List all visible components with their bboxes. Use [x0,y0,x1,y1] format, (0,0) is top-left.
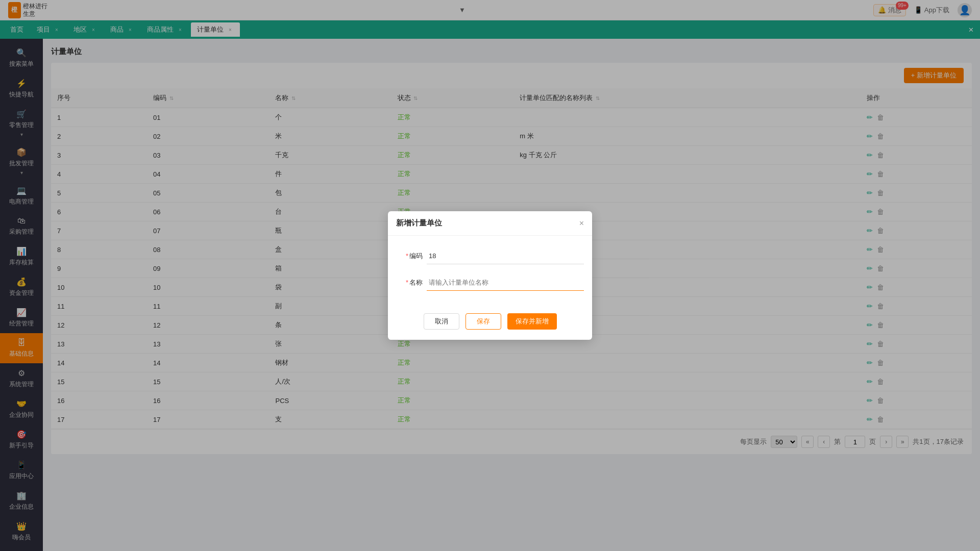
cancel-button[interactable]: 取消 [424,313,459,330]
code-label: 编码 [396,252,427,261]
name-label: 名称 [396,278,427,287]
modal-header: 新增计量单位 × [388,211,592,236]
modal-title: 新增计量单位 [396,218,442,228]
modal-body: 编码 名称 [388,236,592,309]
name-form-row: 名称 [396,274,584,291]
save-button[interactable]: 保存 [465,313,501,330]
modal-close-button[interactable]: × [579,219,584,228]
save-and-new-button[interactable]: 保存并新增 [507,313,557,330]
name-input[interactable] [427,274,584,291]
modal-footer: 取消 保存 保存并新增 [388,309,592,340]
modal-overlay: 新增计量单位 × 编码 名称 取消 保存 保存并新增 [0,0,980,551]
code-input[interactable] [427,248,584,264]
add-unit-modal: 新增计量单位 × 编码 名称 取消 保存 保存并新增 [388,211,592,340]
code-form-row: 编码 [396,248,584,264]
